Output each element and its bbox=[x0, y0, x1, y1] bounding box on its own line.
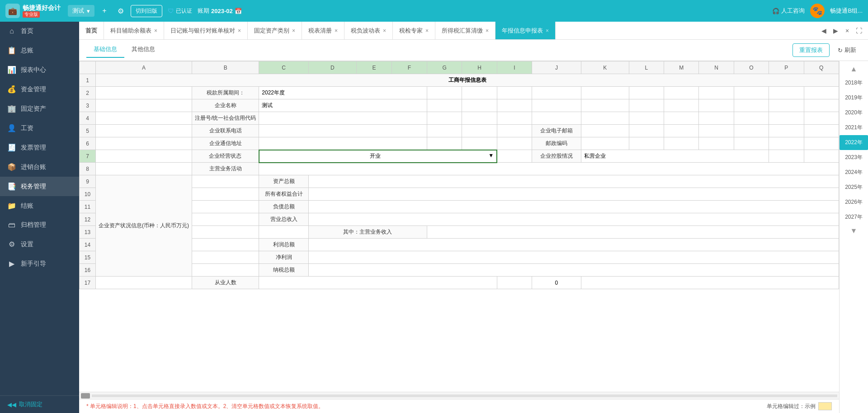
col-header-k[interactable]: K bbox=[581, 61, 629, 74]
cell-9b[interactable] bbox=[192, 175, 259, 188]
col-header-p[interactable]: P bbox=[769, 61, 804, 74]
tab-basic-info[interactable]: 基础信息 bbox=[86, 42, 124, 58]
cell-7i[interactable] bbox=[497, 150, 532, 163]
sidebar-item-guide[interactable]: ▶ 新手引导 bbox=[0, 254, 79, 273]
year-2025[interactable]: 2025年 bbox=[840, 180, 868, 195]
row-header-9[interactable]: 9 bbox=[80, 175, 96, 188]
cell-4h[interactable] bbox=[462, 112, 497, 125]
cell-2m[interactable] bbox=[664, 87, 698, 99]
tab-bank-reconcile[interactable]: 日记账与银行对账单核对 × bbox=[164, 22, 248, 39]
cell-6p[interactable] bbox=[769, 137, 804, 150]
cell-2k[interactable] bbox=[581, 87, 629, 99]
col-header-n[interactable]: N bbox=[699, 61, 734, 74]
cell-4a[interactable] bbox=[96, 112, 192, 125]
cell-5a[interactable] bbox=[96, 125, 192, 137]
cell-8a[interactable] bbox=[96, 163, 192, 175]
cell-5p[interactable] bbox=[769, 125, 804, 137]
pin-button[interactable]: ◀◀ 取消固定 bbox=[0, 395, 79, 413]
row-header-1[interactable]: 1 bbox=[80, 74, 96, 87]
year-2018[interactable]: 2018年 bbox=[840, 75, 868, 90]
cell-7k[interactable]: 私营企业 bbox=[581, 150, 769, 163]
cell-3k[interactable] bbox=[581, 99, 629, 112]
cell-5c[interactable] bbox=[259, 125, 427, 137]
row-header-16[interactable]: 16 bbox=[80, 264, 96, 277]
cell-11c[interactable]: 负债总额 bbox=[259, 201, 308, 213]
cell-5b[interactable]: 企业联系电话 bbox=[192, 125, 259, 137]
cell-9a-merged[interactable]: 企业资产状况信息(币种：人民币万元) bbox=[96, 175, 192, 277]
cell-4g[interactable] bbox=[427, 112, 462, 125]
row-header-15[interactable]: 15 bbox=[80, 251, 96, 264]
col-header-b[interactable]: B bbox=[192, 61, 259, 74]
cell-2j[interactable] bbox=[532, 87, 581, 99]
add-button[interactable]: + bbox=[98, 5, 111, 17]
year-2024[interactable]: 2024年 bbox=[840, 165, 868, 180]
cell-15c[interactable]: 净利润 bbox=[259, 251, 308, 264]
cell-2c[interactable]: 2022年度 bbox=[259, 87, 427, 99]
cell-12b[interactable] bbox=[192, 213, 259, 226]
cell-2g[interactable] bbox=[427, 87, 462, 99]
cell-4j[interactable] bbox=[532, 112, 581, 125]
sidebar-item-reports[interactable]: 📊 报表中心 bbox=[0, 60, 79, 80]
cell-5l[interactable] bbox=[629, 125, 664, 137]
cell-3i[interactable] bbox=[497, 99, 532, 112]
tab-tax-calc[interactable]: 所得税汇算清缴 × bbox=[435, 22, 495, 39]
cell-4n[interactable] bbox=[699, 112, 734, 125]
calendar-icon[interactable]: 📅 bbox=[235, 8, 242, 14]
row-header-5[interactable]: 5 bbox=[80, 125, 96, 137]
support-button[interactable]: 🎧 人工咨询 bbox=[772, 7, 805, 15]
year-nav-up[interactable]: ▲ bbox=[848, 63, 860, 75]
cell-6m[interactable] bbox=[664, 137, 698, 150]
avatar[interactable]: 🐾 bbox=[810, 4, 825, 18]
sidebar-item-fixed-assets[interactable]: 🏢 固定资产 bbox=[0, 99, 79, 118]
tab-expand[interactable]: ⛶ bbox=[854, 25, 864, 36]
cell-6h[interactable] bbox=[462, 137, 497, 150]
cell-13d[interactable]: 其中：主营业务收入 bbox=[308, 226, 427, 239]
col-header-l[interactable]: L bbox=[629, 61, 664, 74]
tab-nav-next[interactable]: ▶ bbox=[830, 25, 841, 36]
cell-4i[interactable] bbox=[497, 112, 532, 125]
tab-bank-reconcile-close[interactable]: × bbox=[238, 28, 241, 34]
year-2020[interactable]: 2020年 bbox=[840, 105, 868, 120]
row-header-10[interactable]: 10 bbox=[80, 188, 96, 201]
cell-6l[interactable] bbox=[629, 137, 664, 150]
cell-13g[interactable] bbox=[427, 226, 839, 239]
cell-14d[interactable] bbox=[308, 239, 839, 251]
cell-17a[interactable] bbox=[96, 277, 192, 289]
cell-7c-dropdown[interactable]: 开业 ▼ bbox=[259, 150, 497, 163]
tab-fixed-asset-cat[interactable]: 固定资产类别 × bbox=[248, 22, 302, 39]
cell-2n[interactable] bbox=[699, 87, 734, 99]
cell-5q[interactable] bbox=[804, 125, 839, 137]
cell-7b[interactable]: 企业经营状态 bbox=[192, 150, 259, 163]
settings-icon[interactable]: ⚙ bbox=[114, 5, 127, 17]
row-header-7[interactable]: 7 bbox=[80, 150, 96, 163]
cell-5n[interactable] bbox=[699, 125, 734, 137]
col-header-g[interactable]: G bbox=[427, 61, 462, 74]
row-header-6[interactable]: 6 bbox=[80, 137, 96, 150]
sidebar-item-wages[interactable]: 👤 工资 bbox=[0, 118, 79, 138]
tab-tax-expert[interactable]: 税检专家 × bbox=[393, 22, 435, 39]
cell-3h[interactable] bbox=[462, 99, 497, 112]
cell-7a[interactable] bbox=[96, 150, 192, 163]
col-header-e[interactable]: E bbox=[357, 61, 392, 74]
col-header-j[interactable]: J bbox=[532, 61, 581, 74]
sidebar-item-invoice[interactable]: 🧾 发票管理 bbox=[0, 138, 79, 157]
col-header-f[interactable]: F bbox=[392, 61, 427, 74]
workspace-selector[interactable]: 测试 ▾ bbox=[68, 5, 94, 17]
tab-tax-return-close[interactable]: × bbox=[335, 28, 338, 34]
tab-tax-expert-close[interactable]: × bbox=[425, 28, 429, 34]
year-2023[interactable]: 2023年 bbox=[840, 150, 868, 165]
year-2019[interactable]: 2019年 bbox=[840, 90, 868, 105]
cell-7p[interactable] bbox=[769, 150, 804, 163]
cell-3c[interactable]: 测试 bbox=[259, 99, 427, 112]
cell-5k[interactable] bbox=[581, 125, 629, 137]
row-header-3[interactable]: 3 bbox=[80, 99, 96, 112]
cell-12d[interactable] bbox=[308, 213, 839, 226]
cell-6g[interactable] bbox=[427, 137, 462, 150]
col-header-d[interactable]: D bbox=[308, 61, 357, 74]
cell-2i[interactable] bbox=[497, 87, 532, 99]
cell-2p[interactable] bbox=[769, 87, 804, 99]
tab-auxiliary[interactable]: 科目辅助余额表 × bbox=[104, 22, 164, 39]
tab-tax-return[interactable]: 税表清册 × bbox=[302, 22, 344, 39]
cell-3n[interactable] bbox=[699, 99, 734, 112]
cell-2o[interactable] bbox=[734, 87, 769, 99]
